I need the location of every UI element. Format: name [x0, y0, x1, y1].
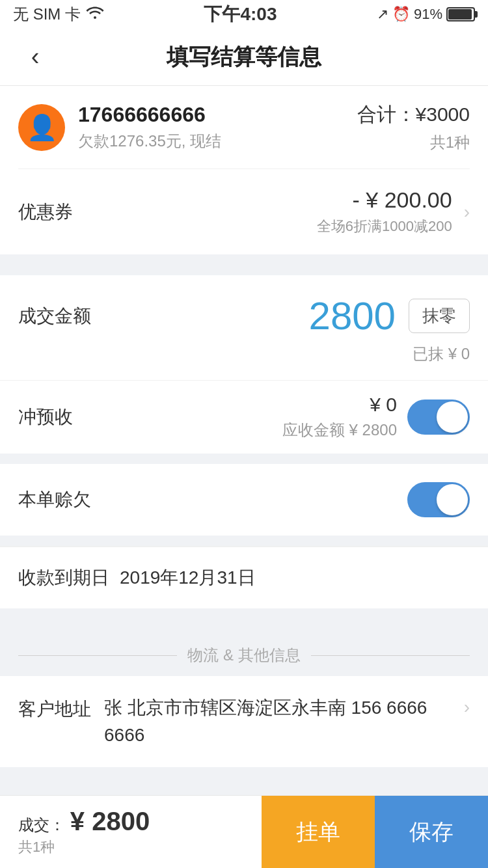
status-right: ↗ ⏰ 91% — [377, 6, 475, 23]
coupon-chevron-icon: › — [464, 202, 470, 223]
address-label: 客户地址 — [18, 697, 91, 722]
charge-row: 冲预收 ¥ 0 应收金额 ¥ 2800 — [18, 394, 470, 441]
debit-label: 本单赊欠 — [18, 487, 91, 512]
bottom-bar: 成交： ¥ 2800 共1种 挂单 保存 — [0, 795, 488, 868]
charge-toggle[interactable] — [407, 400, 470, 435]
debit-toggle-knob — [437, 484, 468, 515]
gray-separator-2 — [0, 454, 488, 464]
user-icon: 👤 — [27, 113, 57, 142]
footer-info: 成交： ¥ 2800 共1种 — [0, 807, 262, 857]
amount-value: 2800 — [309, 293, 396, 338]
divider-line-left — [18, 655, 177, 656]
coupon-right: - ¥ 200.00 全场6折满1000减200 › — [317, 187, 470, 236]
customer-card: 👤 17666666666 欠款1276.35元, 现结 合计：¥3000 共1… — [0, 86, 488, 254]
nav-bar: ‹ 填写结算等信息 — [0, 29, 488, 86]
status-time: 下午4:03 — [204, 2, 277, 27]
page-title: 填写结算等信息 — [167, 42, 321, 72]
amount-row: 成交金额 2800 抹零 — [18, 293, 470, 344]
wifi-icon — [86, 5, 104, 23]
address-chevron-icon: › — [464, 697, 470, 718]
content: 👤 17666666666 欠款1276.35元, 现结 合计：¥3000 共1… — [0, 86, 488, 868]
debit-toggle[interactable] — [407, 482, 470, 517]
charge-amount-wrap: ¥ 0 应收金额 ¥ 2800 — [282, 394, 397, 441]
sim-label: 无 SIM 卡 — [13, 4, 81, 25]
charge-sub: 应收金额 ¥ 2800 — [282, 420, 397, 441]
alarm-icon: ⏰ — [392, 6, 410, 23]
customer-row: 👤 17666666666 欠款1276.35元, 现结 合计：¥3000 共1… — [0, 86, 488, 169]
coupon-label: 优惠券 — [18, 200, 73, 224]
charge-amount: ¥ 0 — [282, 394, 397, 416]
toggle-knob — [437, 401, 468, 433]
duedate-section: 收款到期日 2019年12月31日 — [0, 547, 488, 608]
amount-section: 成交金额 2800 抹零 已抹 ¥ 0 — [0, 275, 488, 380]
battery-percent: 91% — [414, 6, 442, 23]
battery-icon — [446, 7, 475, 21]
back-chevron-icon: ‹ — [31, 43, 40, 71]
amount-label: 成交金额 — [18, 304, 91, 329]
status-bar: 无 SIM 卡 下午4:03 ↗ ⏰ 91% — [0, 0, 488, 29]
duedate-label: 收款到期日 — [18, 565, 109, 590]
footer-deal-row: 成交： ¥ 2800 — [18, 807, 243, 836]
charge-right: ¥ 0 应收金额 ¥ 2800 — [282, 394, 470, 441]
coupon-text: - ¥ 200.00 全场6折满1000减200 — [317, 187, 452, 236]
amount-value-wrap: 2800 抹零 — [309, 293, 470, 338]
address-section[interactable]: 客户地址 张 北京市市辖区海淀区永丰南 156 6666 6666 › — [0, 676, 488, 767]
save-button[interactable]: 保存 — [375, 796, 488, 869]
gray-separator-1 — [0, 265, 488, 275]
footer-count: 共1种 — [18, 837, 243, 857]
coupon-row[interactable]: 优惠券 - ¥ 200.00 全场6折满1000减200 › — [0, 169, 488, 254]
coupon-discount: - ¥ 200.00 — [317, 187, 452, 213]
duedate-value: 2019年12月31日 — [120, 565, 256, 590]
customer-info: 17666666666 欠款1276.35元, 现结 — [78, 103, 357, 152]
customer-phone: 17666666666 — [78, 103, 357, 127]
status-left: 无 SIM 卡 — [13, 4, 104, 25]
divider-line-right — [311, 655, 470, 656]
address-value: 张 北京市市辖区海淀区永丰南 156 6666 6666 — [104, 694, 459, 749]
location-icon: ↗ — [377, 6, 388, 23]
avatar: 👤 — [18, 104, 65, 151]
charge-label: 冲预收 — [18, 405, 73, 429]
footer-amount: ¥ 2800 — [70, 807, 150, 835]
section-divider: 物流 & 其他信息 — [0, 634, 488, 676]
amount-card: 成交金额 2800 抹零 已抹 ¥ 0 冲预收 ¥ 0 应收金额 ¥ 2800 — [0, 275, 488, 454]
amount-sub: 已抹 ¥ 0 — [18, 344, 470, 380]
hold-button[interactable]: 挂单 — [262, 796, 375, 869]
customer-total: 合计：¥3000 共1种 — [357, 102, 470, 153]
total-amount: 合计：¥3000 — [357, 102, 470, 128]
back-button[interactable]: ‹ — [16, 38, 55, 77]
footer-deal-label: 成交： — [18, 816, 65, 834]
charge-section: 冲预收 ¥ 0 应收金额 ¥ 2800 — [0, 380, 488, 454]
customer-debt: 欠款1276.35元, 现结 — [78, 131, 357, 152]
gray-separator-3 — [0, 619, 488, 634]
section-divider-text: 物流 & 其他信息 — [187, 645, 300, 666]
round-zero-button[interactable]: 抹零 — [409, 299, 470, 333]
total-count: 共1种 — [357, 132, 470, 153]
coupon-desc: 全场6折满1000减200 — [317, 217, 452, 236]
debit-section: 本单赊欠 — [0, 464, 488, 536]
